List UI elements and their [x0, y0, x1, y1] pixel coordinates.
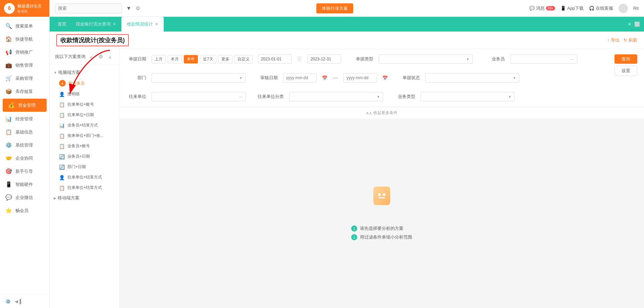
- tab-bank[interactable]: 现金银行流水查询 ✕: [70, 17, 121, 32]
- sidebar-item-search[interactable]: 🔍 搜索菜单: [0, 19, 49, 33]
- query-button[interactable]: 查询: [614, 54, 637, 64]
- sidebar-bottom: ⚙️ ◀▐: [0, 295, 49, 308]
- gear-icon[interactable]: ⚙: [136, 5, 140, 11]
- date-btn-last-month[interactable]: 上月: [152, 55, 166, 63]
- calendar-icon[interactable]: 📅: [322, 75, 327, 81]
- scheme-item-unit-account[interactable]: 📋 往来单位+账号: [50, 99, 119, 110]
- scheme-item-salesman-date[interactable]: 🔄 业务员+日期: [50, 151, 119, 162]
- sidebar-item-system[interactable]: ⚙️ 系统管理: [0, 139, 49, 152]
- date-btn-custom[interactable]: 自定义: [234, 55, 253, 63]
- scheme-item-by-salesman[interactable]: ● 按业务员: [50, 78, 119, 89]
- dept-select[interactable]: ▼: [152, 73, 246, 83]
- scheme-item-unit-dept[interactable]: 📋 按来单位+部门+收...: [50, 131, 119, 141]
- salesman-select[interactable]: ···: [510, 54, 577, 64]
- online-service-item[interactable]: 🎧 在线客服: [589, 5, 613, 11]
- date-buttons: 上月 本月 本年 近7天 更多 自定义: [152, 55, 253, 63]
- collapse-icon[interactable]: ◀▐: [15, 299, 21, 304]
- scheme-item-salesman-settlement[interactable]: 📊 业务员+结算方式: [50, 120, 119, 131]
- sidebar-item-inventory[interactable]: 📦 库存核算: [0, 85, 49, 98]
- dropdown-arrow[interactable]: ▼: [126, 5, 131, 11]
- scheme-group-desktop-header[interactable]: ▼ 电脑端方案: [50, 67, 119, 78]
- message-item[interactable]: 💬 消息 99+: [529, 5, 555, 11]
- date-btn-more[interactable]: 更多: [218, 55, 232, 63]
- sidebar-item-wechat[interactable]: 💬 企业微信: [0, 191, 49, 204]
- unit-select[interactable]: ···: [152, 92, 246, 101]
- sidebar-item-sales[interactable]: 💼 销售管理: [0, 59, 49, 72]
- date-from-input[interactable]: [258, 54, 291, 64]
- setting-button[interactable]: 设置: [614, 66, 637, 76]
- biz-type-select[interactable]: ▼: [421, 92, 515, 101]
- search-input[interactable]: [55, 3, 122, 13]
- refresh-button[interactable]: ↻ 刷新: [624, 37, 637, 43]
- download-icon: 📱: [560, 6, 566, 11]
- sidebar-item-operation[interactable]: 📊 经营管理: [0, 112, 49, 125]
- logo-badge: 标准版: [17, 9, 42, 14]
- date-separator: 至: [297, 56, 302, 63]
- header-right: 💬 消息 99+ 📱 App下载 🎧 在线客服 Rit: [529, 4, 639, 13]
- scheme-item-salesman-account[interactable]: 📋 业务员+账号: [50, 141, 119, 151]
- sidebar-item-finance[interactable]: 💰 资金管理: [3, 99, 47, 112]
- window-close-icon[interactable]: ✕: [628, 21, 632, 27]
- scheme-item-unit-settlement1[interactable]: 👤 往来单位+结算方式: [50, 172, 119, 183]
- sidebar-item-label: 快捷导航: [15, 36, 33, 42]
- main-area: ▼ ⚙ 体验行业方案 💬 消息 99+ 📱 App下载 🎧 在线客服 Rit 首: [50, 0, 644, 308]
- tab-bank-close[interactable]: ✕: [113, 22, 116, 27]
- add-scheme-button[interactable]: +: [88, 53, 95, 60]
- service-icon: 🎧: [589, 6, 594, 11]
- date-btn-this-month[interactable]: 本月: [168, 55, 182, 63]
- scheme-panel-actions: + ⚙ «: [88, 53, 114, 60]
- sidebar-item-shortcut[interactable]: 🏠 快捷导航: [0, 33, 49, 46]
- trial-button[interactable]: 体验行业方案: [316, 3, 353, 13]
- scheme-item-label: 按业务员: [68, 81, 85, 86]
- sidebar-item-hardware[interactable]: 📱 智能硬件: [0, 178, 49, 191]
- collapse-scheme-button[interactable]: «: [106, 53, 114, 60]
- collapse-bar[interactable]: ∧∧ 收起更多条件: [119, 107, 644, 118]
- sidebar-item-marketing[interactable]: 📢 营销推广: [0, 46, 49, 59]
- chevron-up-icon: ∧∧: [366, 111, 372, 115]
- review-date-from[interactable]: [283, 73, 317, 83]
- sidebar-item-base[interactable]: 📋 基础信息: [0, 125, 49, 139]
- sidebar-item-member[interactable]: ⭐ 畅会员: [0, 204, 49, 217]
- date-btn-this-year[interactable]: 本年: [184, 55, 198, 63]
- hint-num-1: 1: [351, 225, 357, 232]
- sidebar-item-purchase[interactable]: 🛒 采购管理: [0, 72, 49, 85]
- scheme-item-unit-settlement2[interactable]: 📋 往来单位+结算方式: [50, 183, 119, 193]
- scheme-group-mobile-header[interactable]: ▶ 移动端方案: [50, 193, 119, 203]
- doc-status-select[interactable]: ▼: [425, 73, 519, 83]
- review-date-to[interactable]: [343, 73, 377, 83]
- filter-rows-main: 单据日期 上月 本月 本年 近7天 更多 自定义: [126, 54, 609, 101]
- more-dots-icon[interactable]: ···: [238, 94, 243, 99]
- window-maximize-icon[interactable]: ⬜: [634, 21, 640, 27]
- tab-collection[interactable]: 收款情况统计 ✕: [121, 17, 164, 32]
- scheme-icon: 📋: [59, 144, 65, 149]
- message-icon: 💬: [529, 6, 535, 11]
- scheme-icon: 📋: [59, 102, 65, 107]
- scheme-item-dept-date[interactable]: 🔄 部门+日期: [50, 162, 119, 172]
- unit-category-select[interactable]: ▼: [289, 92, 383, 101]
- scheme-item-unit-date[interactable]: 📋 往来单位+日期: [50, 110, 119, 120]
- sidebar-item-label: 搜索菜单: [15, 23, 33, 29]
- tab-home[interactable]: 首页: [54, 17, 70, 32]
- marketing-icon: 📢: [5, 49, 12, 55]
- home-icon: 🏠: [5, 36, 12, 42]
- more-dots[interactable]: ···: [570, 56, 574, 62]
- tab-collection-close[interactable]: ✕: [155, 22, 158, 27]
- scheme-item-by-detail[interactable]: 👤 按明细: [50, 89, 119, 99]
- page-title-box: 收款情况统计(按业务员): [56, 34, 129, 46]
- window-buttons: ✕ ⬜: [628, 21, 640, 27]
- export-button[interactable]: ↑ 导出: [607, 37, 620, 43]
- avatar[interactable]: [619, 4, 628, 13]
- date-to-input[interactable]: [308, 54, 341, 64]
- date-btn-7days[interactable]: 近7天: [200, 55, 216, 63]
- sidebar-item-guide[interactable]: 🎯 新手引导: [0, 165, 49, 178]
- calendar-icon[interactable]: 📅: [382, 75, 388, 81]
- scheme-item-label: 往来单位+结算方式: [67, 174, 102, 180]
- doc-type-select[interactable]: ▼: [379, 54, 473, 64]
- settings-icon[interactable]: ⚙️: [5, 299, 11, 304]
- settings-scheme-button[interactable]: ⚙: [97, 53, 104, 60]
- app-download-item[interactable]: 📱 App下载: [560, 5, 584, 11]
- scheme-group-mobile: ▶ 移动端方案: [50, 193, 119, 203]
- sidebar-item-enterprise[interactable]: 🤝 企业协同: [0, 152, 49, 165]
- hint-item-2: 2 用过滤条件来缩小分析范围: [351, 234, 412, 240]
- collapse-text: ∧∧ 收起更多条件: [366, 110, 397, 116]
